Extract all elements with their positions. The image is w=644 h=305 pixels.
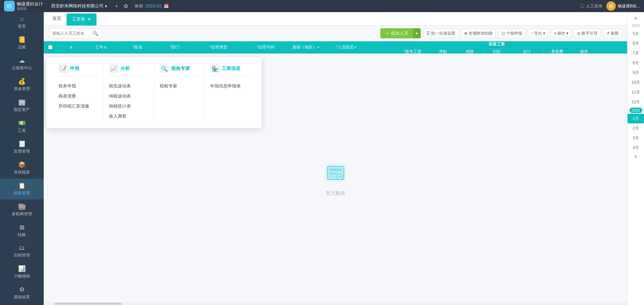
guide-button[interactable]: ◎ 新手引导: [574, 29, 601, 38]
gear-icon: ⚙: [19, 286, 25, 293]
main-layout: ⌂ 首页 📒 总账 ☁ 云报表中心 💰 资金管理 🏢 固定资产 💵 工资 🧾 发…: [0, 12, 644, 305]
sidebar-item-cloud-report[interactable]: ☁ 云报表中心: [0, 53, 44, 74]
ops-button[interactable]: ≡ 操作 ▾: [551, 29, 571, 38]
ledger-icon: 📒: [18, 36, 26, 43]
svg-rect-2: [330, 173, 338, 174]
sidebar-item-tax[interactable]: 📋 税务管理: [0, 179, 44, 199]
content-area: 首页 工资表 ✕ 🔍 ＋ 添加人员 ▾: [44, 12, 627, 305]
cal-up-arrow[interactable]: ▲: [632, 13, 640, 22]
report-icon: 📊: [18, 265, 26, 272]
toolbar-right: ＋ 添加人员 ▾ ☰ 统一社保设置 ⊕ 专项附加扣除 ◫ 个税申报: [380, 28, 622, 38]
period-label: 账期 2023-01 📅: [135, 3, 169, 9]
th-id[interactable]: ⇅: [57, 45, 84, 49]
cal-month-4[interactable]: 4月: [628, 143, 644, 153]
filter-status-icon[interactable]: ▾: [317, 45, 319, 49]
sort-id-icon: ⇅: [70, 45, 72, 49]
special-deduct-button[interactable]: ⊕ 专项附加扣除: [461, 29, 496, 38]
export-button[interactable]: ↑ 导出 ▾: [528, 29, 548, 38]
top-bar: 好 畅捷通好会计 旗舰版 西安虾米网络科技有限公司 ▾ ＋ ⚙ 账期 2023-…: [0, 0, 644, 12]
tab-salary[interactable]: 工资表 ✕: [67, 13, 97, 26]
search-box[interactable]: 🔍: [49, 28, 101, 38]
horizontal-scrollbar[interactable]: [44, 302, 627, 305]
current-year-badge: 2023: [630, 108, 642, 113]
add-person-button[interactable]: ＋ 添加人员: [380, 28, 413, 38]
cal-month-9[interactable]: 9月: [628, 68, 644, 78]
tab-home[interactable]: 首页: [47, 12, 67, 26]
cal-down-arrow[interactable]: ▼: [632, 153, 640, 161]
user-info[interactable]: 畅 畅捷通B组...: [606, 1, 640, 11]
cal-month-8[interactable]: 8月: [628, 58, 644, 68]
sidebar-item-ledger[interactable]: 📒 总账: [0, 33, 44, 53]
add-person-dropdown-arrow[interactable]: ▾: [413, 28, 421, 38]
add-person-group: ＋ 添加人员 ▾: [380, 28, 421, 38]
tax-return-button[interactable]: ◫ 个税申报: [498, 29, 525, 38]
settings-icon[interactable]: ⚙: [123, 3, 128, 9]
filter-report-icon[interactable]: ▾: [354, 45, 356, 49]
sidebar-item-home[interactable]: ⌂ 首页: [0, 12, 44, 33]
sidebar-item-invoice[interactable]: 🧾 发票管理: [0, 137, 44, 158]
th-region[interactable]: *证照号码: [245, 44, 286, 50]
cal-month-5[interactable]: 5月: [628, 29, 644, 39]
social-security-button[interactable]: ☰ 统一社保设置: [423, 29, 458, 38]
right-calendar-panel: ▲ 2022 5月 6月 7月 8月 9月 10月 11月 12月 2023 1…: [627, 12, 644, 305]
sidebar-item-salary[interactable]: 💵 工资: [0, 116, 44, 137]
building-icon: 🏢: [18, 99, 26, 106]
cloud-icon: ☁: [19, 57, 25, 64]
sidebar-item-basic[interactable]: ⚙ 基础设置: [0, 282, 44, 303]
cal-month-12[interactable]: 12月: [628, 97, 644, 107]
sidebar-item-close[interactable]: ⊠ 结账: [0, 220, 44, 241]
select-all-checkbox[interactable]: [48, 45, 52, 49]
cal-month-1[interactable]: 1月: [628, 114, 644, 123]
social-icon: ☰: [426, 31, 430, 36]
search-icon: 🔍: [92, 31, 98, 36]
ops-icon: ≡: [554, 31, 556, 36]
th-name[interactable]: 工号⇅: [84, 44, 118, 50]
company-selector[interactable]: 西安虾米网络科技有限公司 ▾: [51, 3, 109, 9]
headset-icon: 🎧: [580, 4, 585, 8]
sidebar-item-newbie[interactable]: ★ 新手引导: [0, 303, 44, 305]
sidebar-item-report[interactable]: 📊 小畅报销: [0, 262, 44, 282]
search-input[interactable]: [52, 31, 92, 36]
cal-month-2[interactable]: 2月: [628, 123, 644, 133]
fund-icon: 💰: [18, 78, 26, 85]
multi-org-icon: 🏬: [18, 203, 26, 210]
export-icon: ↑: [531, 31, 533, 36]
sidebar-item-fixed-assets[interactable]: 🏢 固定资产: [0, 95, 44, 116]
service-button[interactable]: 🎧 人工咨询: [580, 3, 602, 9]
calendar-icon[interactable]: 📅: [164, 4, 169, 8]
refresh-icon: ↺: [606, 31, 610, 36]
plus-icon[interactable]: ＋: [114, 3, 119, 10]
th-checkbox[interactable]: [44, 45, 57, 49]
sidebar-item-multi-org[interactable]: 🏬 多机构管理: [0, 199, 44, 220]
special-icon: ⊕: [464, 31, 467, 36]
sidebar-item-inventory[interactable]: 📦 库存核算: [0, 158, 44, 179]
cal-month-7[interactable]: 7月: [628, 48, 644, 58]
tab-close-icon[interactable]: ✕: [87, 16, 91, 22]
th-dept[interactable]: *姓名: [118, 44, 158, 50]
salary-icon: 💵: [18, 119, 26, 127]
inventory-icon: 📦: [18, 161, 26, 168]
sidebar-item-fund[interactable]: 💰 资金管理: [0, 74, 44, 95]
guide-icon: ◎: [577, 31, 580, 36]
archive-icon: 🗂: [19, 244, 25, 252]
sidebar-item-archive[interactable]: 🗂 归档管理: [0, 241, 44, 262]
sidebar: ⌂ 首页 📒 总账 ☁ 云报表中心 💰 资金管理 🏢 固定资产 💵 工资 🧾 发…: [0, 12, 44, 305]
scrollbar-thumb[interactable]: [54, 303, 122, 305]
cal-month-6[interactable]: 6月: [628, 39, 644, 48]
th-idtype[interactable]: *部门: [158, 44, 192, 50]
logo-icon: 好: [4, 1, 15, 11]
cal-month-3[interactable]: 3月: [628, 133, 644, 143]
table-header-row1: ⇅ 工号⇅ *姓名 *部门 *证照类型 *证照号码 国籍（地区）▾ *人员状态▾…: [44, 41, 627, 53]
toolbar: 🔍 ＋ 添加人员 ▾ ☰ 统一社保设置 ⊕ 专项附加扣除: [44, 26, 627, 41]
cal-month-10[interactable]: 10月: [628, 78, 644, 87]
home-icon: ⌂: [20, 15, 24, 23]
app-logo: 好 畅捷通好会计 旗舰版: [4, 1, 48, 11]
cal-month-11[interactable]: 11月: [628, 87, 644, 97]
th-idno[interactable]: *证照类型: [192, 44, 245, 50]
th-status[interactable]: 国籍（地区）▾: [286, 44, 326, 50]
tax-icon: 📋: [18, 182, 26, 189]
user-avatar: 畅: [606, 1, 616, 11]
sort-name-icon: ⇅: [104, 45, 107, 49]
th-report[interactable]: *人员状态▾: [326, 44, 367, 50]
refresh-button[interactable]: ↺ 刷新: [603, 29, 622, 38]
